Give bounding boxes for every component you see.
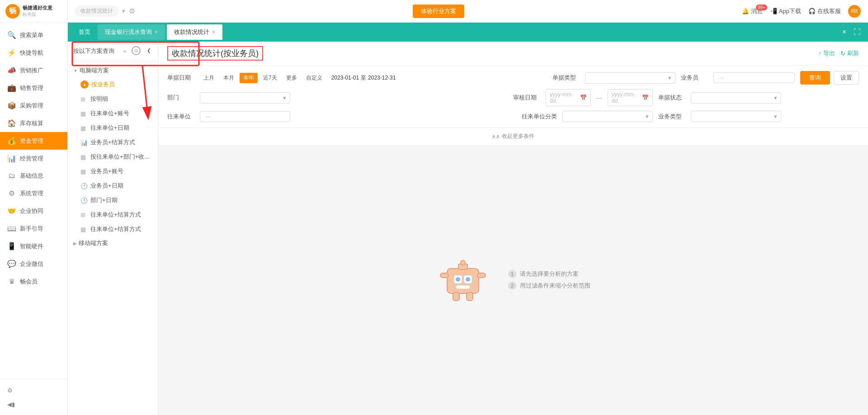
date-from: 2023-01-01	[331, 75, 359, 81]
collapse-filter-button[interactable]: ∧∧ 收起更多条件	[492, 132, 534, 140]
doc-type-select[interactable]: ▾	[585, 72, 675, 84]
briefcase-icon: 💼	[7, 84, 16, 92]
crown-icon: ♛	[7, 277, 16, 286]
tree-group-pc-label: 电脑端方案	[80, 66, 109, 75]
partner-more-icon[interactable]: ···	[206, 113, 210, 120]
sidebar-nav: 🔍 搜索菜单 ⚡ 快捷导航 📣 营销推广 💼 销售管理 📦 采购管理 🏠 库存核…	[0, 23, 67, 379]
scheme-settings-button[interactable]: ⚙	[132, 46, 141, 55]
empty-tips: 1 请先选择要分析的方案 2 用过滤条件来缩小分析范围	[508, 270, 590, 290]
salesperson-select[interactable]: ···	[713, 72, 795, 83]
sidebar-item-label: 采购管理	[20, 102, 43, 110]
page-header-actions: ↑ 导出 ↻ 刷新	[819, 49, 859, 57]
collapse-icon: ◀▮	[7, 401, 15, 408]
salesperson-more-icon[interactable]: ···	[719, 75, 724, 81]
date-tab-more[interactable]: 更多	[283, 73, 301, 83]
window-maximize-button[interactable]: ⛶	[850, 28, 864, 36]
tree-item-by-salesperson[interactable]: ● 按业务员	[68, 77, 158, 92]
sidebar-item-collab[interactable]: 🤝 企业协同	[0, 202, 67, 220]
date-tab-custom[interactable]: 自定义	[302, 73, 326, 83]
user-avatar[interactable]: Rit	[848, 5, 861, 18]
tree-item-salesperson-account[interactable]: ▦ 业务员+账号	[68, 164, 158, 179]
message-button[interactable]: 🔔 消息 99+	[742, 7, 763, 15]
lightning-icon: ⚡	[7, 48, 16, 57]
filter-row-3: 往来单位 ··· 往来单位分类 ▾ 业务类型 ▾	[167, 111, 859, 122]
filter-settings-button[interactable]: 设置	[834, 71, 859, 85]
refresh-button[interactable]: ↻ 刷新	[840, 49, 859, 57]
app-download-button[interactable]: 📲 App下载	[770, 7, 801, 15]
audit-date-from[interactable]: yyyy-mm-dd 📅	[546, 89, 591, 106]
date-tab-last-month[interactable]: 上月	[200, 73, 218, 83]
sidebar-item-hardware[interactable]: 📱 智能硬件	[0, 237, 67, 255]
sidebar-item-label: 企业协同	[20, 207, 43, 215]
money-icon: 💰	[7, 137, 16, 145]
doc-status-select[interactable]: ▾	[691, 92, 781, 104]
sidebar-item-purchase[interactable]: 📦 采购管理	[0, 97, 67, 114]
partner-category-select[interactable]: ▾	[562, 111, 653, 122]
tab-home[interactable]: 首页	[71, 24, 98, 40]
date-to: 2023-12-31	[368, 75, 396, 81]
chevron-up-icon: ∧∧	[492, 133, 500, 140]
sidebar-item-sales[interactable]: 💼 销售管理	[0, 79, 67, 97]
bar-icon: 📊	[80, 139, 88, 146]
svg-point-7	[461, 260, 465, 265]
collapse-panel-button[interactable]: 《	[142, 46, 152, 56]
add-scheme-button[interactable]: +	[120, 46, 130, 56]
sidebar-item-inventory[interactable]: 🏠 库存核算	[0, 114, 67, 132]
sidebar-item-label: 营销推广	[20, 66, 43, 75]
tree-item-dept-date[interactable]: 🕐 部门+日期	[68, 193, 158, 208]
sidebar-item-finance[interactable]: 💰 资金管理	[0, 132, 67, 150]
close-tab-cash-flow[interactable]: ×	[155, 29, 158, 35]
tree-item-by-detail[interactable]: ⊞ 按明细	[68, 92, 158, 106]
tree-group-pc[interactable]: ▼ 电脑端方案	[68, 64, 158, 77]
trial-button[interactable]: 体验行业方案	[413, 5, 464, 18]
tree-group-mobile[interactable]: ▶ 移动端方案	[68, 236, 158, 250]
partner-select[interactable]: ···	[200, 111, 290, 122]
sidebar-item-member[interactable]: ♛ 畅会员	[0, 273, 67, 290]
sidebar-item-wechat[interactable]: 💬 企业微信	[0, 255, 67, 273]
audit-date-separator: —	[596, 94, 602, 101]
salesperson-label: 业务员	[681, 74, 708, 82]
sidebar-item-guide[interactable]: 📖 新手引导	[0, 220, 67, 237]
tree-item-partner-dept-receipts[interactable]: ▦ 按往来单位+部门+收...	[68, 150, 158, 164]
online-service-button[interactable]: 🎧 在线客服	[808, 7, 841, 15]
filter-actions: 查询 设置	[800, 71, 859, 85]
tree-item-partner-payment-2[interactable]: ▦ 往来单位+结算方式	[68, 222, 158, 236]
close-tab-receipts[interactable]: ×	[212, 29, 215, 35]
sidebar-collapse[interactable]: ◀▮	[0, 397, 67, 411]
date-tab-this-month[interactable]: 本月	[220, 73, 238, 83]
sidebar-item-search[interactable]: 🔍 搜索菜单	[0, 26, 67, 44]
window-close-button[interactable]: ×	[839, 28, 850, 36]
active-dot-icon: ●	[80, 80, 89, 89]
date-tab-this-year[interactable]: 本年	[240, 73, 258, 83]
tree-item-partner-date[interactable]: ▦ 往来单位+日期	[68, 121, 158, 135]
sidebar-item-marketing[interactable]: 📣 营销推广	[0, 61, 67, 79]
export-button[interactable]: ↑ 导出	[819, 49, 835, 57]
tree-item-partner-payment-1[interactable]: ⊞ 往来单位+结算方式	[68, 208, 158, 222]
biz-type-select[interactable]: ▾	[691, 111, 781, 122]
header-settings-icon[interactable]: ⚙	[129, 7, 135, 15]
empty-tip-2: 2 用过滤条件来缩小分析范围	[508, 282, 590, 290]
sidebar-item-system[interactable]: ⚙ 系统管理	[0, 184, 67, 202]
tree-item-salesperson-date[interactable]: 🕐 业务员+日期	[68, 179, 158, 193]
gear-icon: ⚙	[7, 189, 16, 198]
tab-cash-flow[interactable]: 现金银行流水查询 ×	[98, 24, 165, 40]
audit-date-to[interactable]: yyyy-mm-dd 📅	[608, 89, 653, 106]
header-center: 体验行业方案	[135, 5, 742, 18]
query-button[interactable]: 查询	[800, 71, 830, 85]
chevron-down-icon[interactable]: ▾	[122, 8, 125, 14]
top-header: 收款情况统计 ▾ ⚙ 体验行业方案 🔔 消息 99+ 📲 App下载 🎧 在线客…	[68, 0, 868, 23]
tree-item-salesperson-payment[interactable]: 📊 业务员+结算方式	[68, 135, 158, 150]
dept-select[interactable]: ▾	[200, 92, 290, 104]
header-right: 🔔 消息 99+ 📲 App下载 🎧 在线客服 Rit	[742, 5, 861, 18]
box-icon: 📦	[7, 101, 16, 110]
tab-receipts[interactable]: 收款情况统计 ×	[167, 24, 222, 40]
sidebar-item-label: 系统管理	[20, 189, 43, 198]
sidebar-item-quicknav[interactable]: ⚡ 快捷导航	[0, 44, 67, 61]
sidebar-item-operations[interactable]: 📊 经营管理	[0, 150, 67, 167]
date-tab-7days[interactable]: 近7天	[259, 73, 281, 83]
page-content: 按以下方案查询 + ⚙ 《 ▼ 电脑端方案 ● 按业务员 ⊞	[68, 42, 868, 415]
tree-item-partner-account[interactable]: ▦ 往来单位+账号	[68, 106, 158, 121]
sidebar-item-basicinfo[interactable]: 🗂 基础信息	[0, 167, 67, 184]
handshake-icon: 🤝	[7, 207, 16, 215]
sidebar-settings[interactable]: ⚙	[0, 383, 67, 397]
